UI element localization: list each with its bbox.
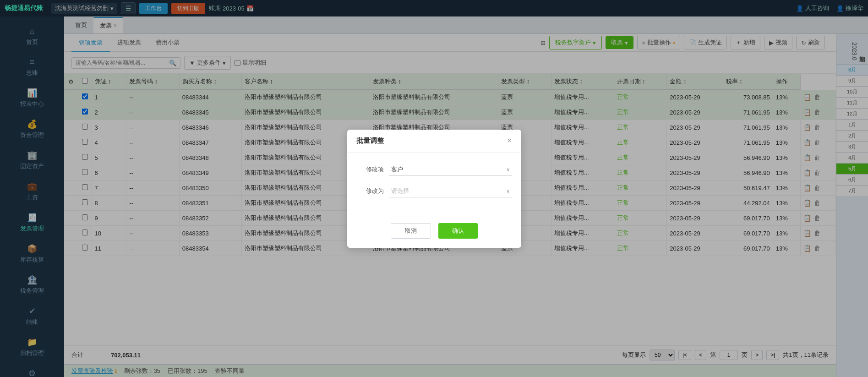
modify-field-arrow: ∨ [506,166,510,173]
modify-to-select[interactable]: 请选择 ∨ [389,185,512,197]
modify-field-value: 客户 [391,165,403,174]
confirm-btn[interactable]: 确认 [438,223,478,239]
modify-to-row: 修改为 请选择 ∨ [356,185,512,197]
modal-body: 修改项 客户 ∨ 修改为 请选择 ∨ [347,153,521,218]
batch-adjust-modal: 批量调整 × 修改项 客户 ∨ 修改为 请选择 ∨ 取消 确认 [347,130,521,248]
modal-footer: 取消 确认 [347,218,521,248]
modal-close-btn[interactable]: × [507,136,512,146]
modify-to-label: 修改为 [356,187,384,195]
modify-to-arrow: ∨ [506,188,510,194]
modal-overlay[interactable]: 批量调整 × 修改项 客户 ∨ 修改为 请选择 ∨ 取消 确认 [0,0,868,377]
cancel-btn[interactable]: 取消 [391,223,431,239]
modal-header: 批量调整 × [347,130,521,153]
modify-field-select[interactable]: 客户 ∨ [389,164,512,176]
modify-field-row: 修改项 客户 ∨ [356,164,512,176]
modify-field-label: 修改项 [356,165,384,174]
modify-to-placeholder: 请选择 [391,187,409,195]
modal-title: 批量调整 [356,137,384,145]
